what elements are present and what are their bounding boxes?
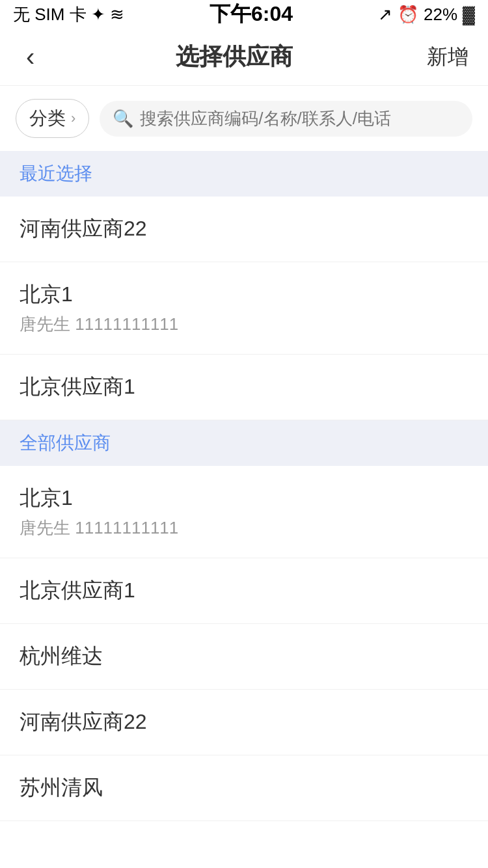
item-name: 河南供应商22 xyxy=(20,215,468,243)
item-name: 北京1 xyxy=(20,484,468,513)
list-item[interactable]: 北京1 唐先生 11111111111 xyxy=(0,466,488,558)
all-list: 北京1 唐先生 11111111111 北京供应商1 杭州维达 河南供应商22 … xyxy=(0,466,488,821)
list-item[interactable]: 苏州清风 xyxy=(0,755,488,821)
list-item[interactable]: 河南供应商22 xyxy=(0,690,488,755)
recent-section-header: 最近选择 xyxy=(0,151,488,197)
recent-list: 河南供应商22 北京1 唐先生 11111111111 北京供应商1 xyxy=(0,197,488,420)
search-icon: 🔍 xyxy=(113,109,133,129)
chevron-right-icon: › xyxy=(71,110,75,127)
filter-bar: 分类 › 🔍 xyxy=(0,86,488,151)
page-title: 选择供应商 xyxy=(176,41,293,73)
category-button[interactable]: 分类 › xyxy=(16,99,89,138)
location-icon: ↗ xyxy=(378,5,392,25)
item-name: 苏州清风 xyxy=(20,774,468,802)
category-label: 分类 xyxy=(29,106,66,131)
back-button[interactable]: ‹ xyxy=(20,36,41,78)
status-time: 下午6:04 xyxy=(210,0,293,29)
item-name: 河南供应商22 xyxy=(20,708,468,737)
list-item[interactable]: 河南供应商22 xyxy=(0,197,488,262)
item-contact: 唐先生 11111111111 xyxy=(20,517,468,539)
battery-icon: ▓ xyxy=(463,5,475,25)
list-item[interactable]: 北京供应商1 xyxy=(0,355,488,420)
status-bar: 无 SIM 卡 ✦ ≋ 下午6:04 ↗ ⏰ 22% ▓ xyxy=(0,0,488,29)
status-right: ↗ ⏰ 22% ▓ xyxy=(378,5,475,25)
item-name: 北京供应商1 xyxy=(20,576,468,605)
nav-bar: ‹ 选择供应商 新增 xyxy=(0,29,488,86)
alarm-icon: ⏰ xyxy=(398,5,418,25)
item-contact: 唐先生 11111111111 xyxy=(20,313,468,336)
add-button[interactable]: 新增 xyxy=(427,43,468,72)
battery-text: 22% xyxy=(424,5,457,25)
list-item[interactable]: 杭州维达 xyxy=(0,624,488,690)
item-name: 北京1 xyxy=(20,280,468,309)
search-input[interactable] xyxy=(140,109,459,129)
list-item[interactable]: 北京供应商1 xyxy=(0,558,488,624)
search-box[interactable]: 🔍 xyxy=(100,101,472,137)
item-name: 北京供应商1 xyxy=(20,373,468,401)
list-item[interactable]: 北京1 唐先生 11111111111 xyxy=(0,262,488,355)
item-name: 杭州维达 xyxy=(20,642,468,671)
all-section-header: 全部供应商 xyxy=(0,420,488,466)
status-left: 无 SIM 卡 ✦ ≋ xyxy=(13,3,124,26)
